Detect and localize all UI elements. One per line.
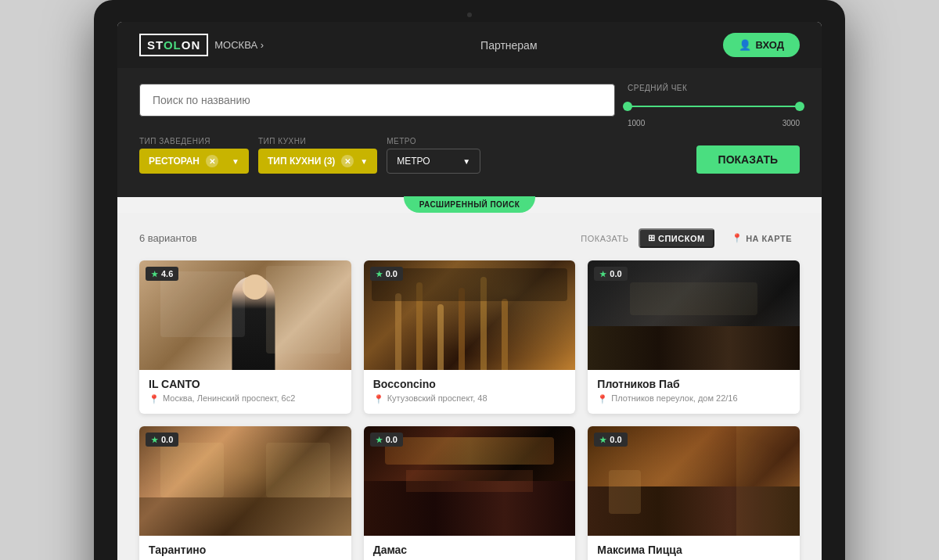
restaurant-card[interactable]: ★ 0.0 Дамас 📍 Москва, улица Маросейка, 8 (364, 426, 576, 560)
filter-cuisine-value: ТИП КУХНИ (3) (268, 156, 335, 167)
card-info: Максима Пицца 📍 Москва, Ленинградский пр… (588, 536, 800, 560)
pin-icon: 📍 (597, 394, 608, 404)
price-fill (628, 106, 800, 107)
restaurant-card[interactable]: ★ 0.0 Максима Пицца 📍 Москва, Ленинградс… (588, 426, 800, 560)
star-icon: ★ (151, 270, 158, 278)
filter-metro-chevron: ▼ (462, 157, 470, 166)
card-name: Плотников Паб (597, 378, 790, 390)
star-icon: ★ (376, 436, 383, 444)
card-image: ★ 0.0 (139, 426, 351, 536)
filter-metro-group: МЕТРО МЕТРО ▼ (387, 137, 480, 174)
rating-value: 0.0 (610, 435, 621, 444)
main-nav: Партнерам (449, 38, 537, 52)
laptop-frame: STOLON МОСКВА › Партнерам 👤 ВХОД (94, 0, 845, 560)
price-label: СРЕДНИЙ ЧЕК (628, 84, 800, 92)
card-image: ★ 0.0 (364, 426, 576, 536)
filter-type-chevron: ▼ (232, 157, 239, 166)
pin-icon: 📍 (373, 394, 384, 404)
price-max: 3000 (782, 119, 800, 127)
camera-dot (467, 13, 472, 17)
search-input-wrap (139, 84, 615, 127)
restaurant-card[interactable]: ★ 4.6 IL CANTO 📍 Москва, Ленинский просп… (139, 260, 351, 414)
show-button[interactable]: ПОКАЗАТЬ (696, 145, 800, 174)
view-list-button[interactable]: ⊞ СПИСКОМ (639, 228, 714, 248)
filter-cuisine-chevron: ▼ (360, 157, 368, 166)
logo[interactable]: STOLON (139, 34, 208, 56)
address-text: Кутузовский проспект, 48 (387, 393, 487, 403)
star-icon: ★ (376, 270, 383, 278)
filter-type-select[interactable]: РЕСТОРАН ✕ ▼ (139, 149, 249, 174)
card-name: Максима Пицца (597, 544, 790, 556)
rating-value: 0.0 (386, 435, 398, 444)
logo-area: STOLON МОСКВА › (139, 34, 264, 56)
card-address: 📍 Плотников переулок, дом 22/16 (597, 393, 790, 404)
price-range-wrap: СРЕДНИЙ ЧЕК 1000 3000 (628, 84, 800, 127)
header: STOLON МОСКВА › Партнерам 👤 ВХОД (117, 22, 822, 68)
price-track (628, 106, 800, 107)
card-image: ★ 0.0 (364, 260, 576, 370)
pin-icon: 📍 (149, 394, 160, 404)
card-info: Bocconcino 📍 Кутузовский проспект, 48 (364, 370, 576, 414)
results-header: 6 вариантов ПОКАЗАТЬ ⊞ СПИСКОМ 📍 НА КАРТ… (139, 228, 800, 248)
laptop-screen: STOLON МОСКВА › Партнерам 👤 ВХОД (117, 22, 822, 560)
price-thumb-max[interactable] (795, 102, 804, 111)
search-input[interactable] (139, 84, 615, 117)
person-icon: 👤 (739, 39, 751, 51)
card-info: Дамас 📍 Москва, улица Маросейка, 8 (364, 536, 576, 560)
filter-type-clear[interactable]: ✕ (206, 155, 218, 167)
advanced-search-tab: РАСШИРЕННЫЙ ПОИСК (117, 196, 822, 213)
rating-badge: ★ 0.0 (594, 433, 627, 447)
rating-badge: ★ 0.0 (370, 267, 403, 281)
view-map-button[interactable]: 📍 НА КАРТЕ (724, 230, 800, 246)
filter-cuisine-group: ТИП КУХНИ ТИП КУХНИ (3) ✕ ▼ (258, 137, 377, 174)
filter-cuisine-select[interactable]: ТИП КУХНИ (3) ✕ ▼ (258, 149, 377, 174)
nav-partners[interactable]: Партнерам (480, 39, 537, 52)
login-button[interactable]: 👤 ВХОД (723, 33, 800, 57)
rating-badge: ★ 0.0 (370, 433, 403, 447)
view-toggle: ПОКАЗАТЬ ⊞ СПИСКОМ 📍 НА КАРТЕ (581, 228, 800, 248)
city-arrow: › (261, 39, 264, 51)
advanced-search-button[interactable]: РАСШИРЕННЫЙ ПОИСК (404, 196, 536, 213)
rating-badge: ★ 0.0 (146, 433, 178, 447)
card-name: Bocconcino (373, 378, 567, 390)
star-icon: ★ (599, 436, 606, 444)
filter-type-label: ТИП ЗАВЕДЕНИЯ (139, 137, 249, 145)
city-name: МОСКВА (214, 39, 257, 51)
filter-cuisine-clear[interactable]: ✕ (341, 155, 354, 167)
results-count: 6 вариантов (139, 232, 197, 244)
view-label: ПОКАЗАТЬ (581, 234, 628, 243)
rating-value: 0.0 (386, 269, 398, 278)
card-info: IL CANTO 📍 Москва, Ленинский проспект, 6… (139, 370, 351, 414)
filter-metro-value: МЕТРО (397, 156, 430, 167)
filters-row: ТИП ЗАВЕДЕНИЯ РЕСТОРАН ✕ ▼ ТИП КУХНИ ТИП… (139, 137, 800, 174)
price-values: 1000 3000 (628, 119, 800, 127)
address-text: Москва, Ленинский проспект, 6с2 (163, 393, 295, 403)
filter-metro-select[interactable]: МЕТРО ▼ (387, 149, 480, 174)
map-label: НА КАРТЕ (746, 234, 792, 243)
card-name: Дамас (373, 544, 567, 556)
card-name: Тарантино (149, 544, 342, 556)
search-area: СРЕДНИЙ ЧЕК 1000 3000 (117, 68, 822, 197)
rating-badge: ★ 0.0 (594, 267, 627, 281)
card-address: 📍 Москва, Ленинский проспект, 6с2 (149, 393, 342, 404)
card-image: ★ 0.0 (588, 426, 800, 536)
restaurant-card[interactable]: ★ 0.0 Тарантино 📍 Москва, улица Новый Ар… (139, 426, 351, 560)
star-icon: ★ (151, 436, 158, 444)
price-thumb-min[interactable] (623, 102, 632, 111)
restaurant-card[interactable]: ★ 0.0 Плотников Паб 📍 Плотников переулок… (588, 260, 800, 414)
list-label: СПИСКОМ (658, 234, 705, 243)
card-info: Плотников Паб 📍 Плотников переулок, дом … (588, 370, 800, 414)
search-row: СРЕДНИЙ ЧЕК 1000 3000 (139, 84, 800, 127)
restaurant-card[interactable]: ★ 0.0 Bocconcino 📍 Кутузовский проспект,… (364, 260, 576, 414)
login-label: ВХОД (756, 39, 784, 51)
city-selector[interactable]: МОСКВА › (214, 39, 264, 51)
address-text: Плотников переулок, дом 22/16 (611, 393, 737, 403)
rating-value: 0.0 (161, 435, 173, 444)
rating-value: 4.6 (161, 269, 173, 278)
card-address: 📍 Кутузовский проспект, 48 (373, 393, 567, 404)
filter-type-value: РЕСТОРАН (149, 156, 200, 167)
filter-metro-label: МЕТРО (387, 137, 480, 145)
price-slider[interactable] (628, 97, 800, 116)
rating-badge: ★ 4.6 (146, 267, 178, 281)
star-icon: ★ (599, 270, 606, 278)
